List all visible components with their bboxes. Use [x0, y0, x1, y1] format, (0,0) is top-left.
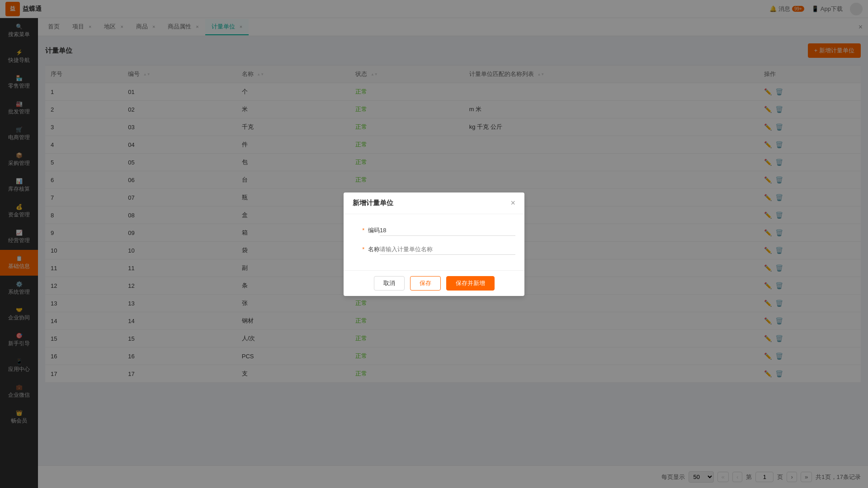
- modal-footer: 取消 保存 保存并新增: [344, 270, 524, 296]
- save-and-new-button[interactable]: 保存并新增: [446, 276, 495, 291]
- required-star: *: [362, 227, 364, 234]
- code-input[interactable]: [380, 225, 515, 236]
- form-label-name: * 名称: [353, 245, 380, 253]
- app-container: 益 益蝶通 🔔 消息 99+ 📱 App下载 🔍 搜索菜单: [0, 0, 868, 488]
- modal-overlay: 新增计量单位 × * 编码 * 名称: [0, 0, 868, 488]
- add-unit-modal: 新增计量单位 × * 编码 * 名称: [344, 192, 524, 296]
- save-button[interactable]: 保存: [410, 276, 441, 291]
- modal-close-button[interactable]: ×: [510, 199, 515, 207]
- modal-header: 新增计量单位 ×: [344, 192, 524, 214]
- required-star: *: [362, 246, 364, 253]
- form-row-name: * 名称: [353, 244, 515, 255]
- form-label-code: * 编码: [353, 226, 380, 235]
- cancel-button[interactable]: 取消: [374, 276, 405, 291]
- modal-body: * 编码 * 名称: [344, 214, 524, 270]
- name-input[interactable]: [380, 244, 515, 255]
- modal-title: 新增计量单位: [353, 199, 393, 207]
- form-row-code: * 编码: [353, 225, 515, 236]
